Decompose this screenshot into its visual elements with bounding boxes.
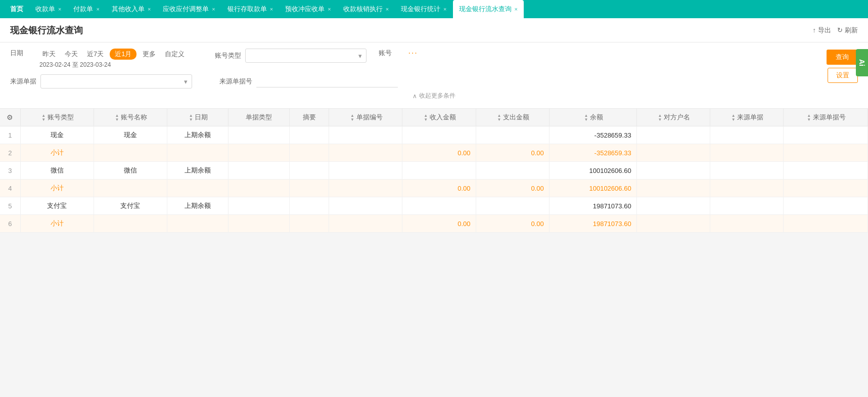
table-cell [94,180,167,197]
table-cell [636,215,710,233]
table-cell: 0.00 [476,180,549,197]
page-header: 现金银行流水查询 ↑ 导出 ↻ 刷新 [0,18,868,42]
nav-bank-stats-label: 现金银行统计 [401,5,440,14]
sort-doc-no: ▲▼ [350,114,354,122]
refresh-label: 刷新 [845,26,858,35]
table-cell [229,180,290,197]
table-cell [329,144,402,162]
table-cell: 现金 [94,126,167,144]
table-container: ⚙ ▲▼ 账号类型 ▲▼ 账号名称 ▲▼ 日期 单据类型 摘要 [0,109,868,233]
nav-receipts-close[interactable]: × [58,6,61,12]
account-more-button[interactable]: ··· [408,49,418,58]
date-opt-yesterday[interactable]: 昨天 [39,49,59,60]
nav-collection-exec-close[interactable]: × [386,6,389,12]
table-cell [94,144,167,162]
refresh-button[interactable]: ↻ 刷新 [837,26,858,35]
col-expense[interactable]: ▲▼ 支出金额 [476,109,549,126]
table-cell: 1 [0,126,20,144]
table-cell [710,126,783,144]
table-cell [229,197,290,215]
col-doc-no[interactable]: ▲▼ 单据编号 [329,109,402,126]
table-cell [710,215,783,233]
col-account-type[interactable]: ▲▼ 账号类型 [20,109,94,126]
col-summary: 摘要 [290,109,329,126]
nav-item-adjustments[interactable]: 应收应付调整单 × [157,0,221,18]
table-cell [290,180,329,197]
col-date[interactable]: ▲▼ 日期 [167,109,228,126]
account-type-select[interactable]: ▾ [245,49,367,63]
date-opt-7days[interactable]: 近7天 [84,49,107,60]
nav-other-income-close[interactable]: × [148,6,151,12]
date-opt-more[interactable]: 更多 [140,49,159,60]
date-opt-today[interactable]: 今天 [62,49,81,60]
settings-button[interactable]: 设置 [828,68,858,83]
table-cell [636,126,710,144]
nav-item-advance-receipt[interactable]: 预收冲应收单 × [279,0,337,18]
nav-payments-close[interactable]: × [96,6,99,12]
filter-area: 日期 昨天 今天 近7天 近1月 更多 自定义 2023-02-24 至 202… [0,42,868,109]
table-cell: 4 [0,180,20,197]
nav-advance-receipt-close[interactable]: × [328,6,331,12]
table-cell [476,126,549,144]
col-balance[interactable]: ▲▼ 余额 [549,109,636,126]
table-cell [290,144,329,162]
table-row[interactable]: 6小计0.000.0019871073.60 [0,215,868,233]
table-cell: 支付宝 [94,197,167,215]
table-cell [229,144,290,162]
collapse-bar[interactable]: ∧ 收起更多条件 [10,89,858,102]
source-doc-select[interactable]: ▾ [40,74,192,89]
col-source-doc-no[interactable]: ▲▼ 来源单据号 [784,109,868,126]
source-doc-label: 来源单据 [10,77,36,86]
export-icon: ↑ [813,26,816,34]
table-cell: 微信 [20,162,94,180]
export-button[interactable]: ↑ 导出 [813,26,832,35]
table-cell: 支付宝 [20,197,94,215]
table-row[interactable]: 3微信微信上期余额100102606.60 [0,162,868,180]
account-type-label: 账号类型 [215,51,241,60]
table-row[interactable]: 5支付宝支付宝上期余额19871073.60 [0,197,868,215]
nav-item-bank-stats[interactable]: 现金银行统计 × [395,0,452,18]
col-counterpart[interactable]: ▲▼ 对方户名 [636,109,710,126]
table-cell [476,162,549,180]
nav-item-bank-deposits[interactable]: 银行存取款单 × [221,0,279,18]
table-cell [636,180,710,197]
nav-bank-deposits-close[interactable]: × [270,6,273,12]
table-cell [636,162,710,180]
nav-item-payments[interactable]: 付款单 × [67,0,105,18]
sort-income: ▲▼ [424,114,428,122]
query-button[interactable]: 查询 [827,50,858,65]
source-doc-arrow: ▾ [184,78,188,85]
table-row[interactable]: 2小计0.000.00-3528659.33 [0,144,868,162]
table-row[interactable]: 4小计0.000.00100102606.60 [0,180,868,197]
table-cell [784,197,868,215]
nav-item-bank-flow[interactable]: 现金银行流水查询 × [453,0,524,18]
col-account-type-label: ▲▼ 账号类型 [40,113,74,121]
sort-expense: ▲▼ [497,114,501,122]
nav-item-other-income[interactable]: 其他收入单 × [106,0,157,18]
col-settings[interactable]: ⚙ [0,109,20,126]
ai-badge[interactable]: Ai [856,49,868,76]
table-cell [167,215,228,233]
table-cell [229,162,290,180]
nav-item-collection-exec[interactable]: 收款核销执行 × [337,0,395,18]
source-doc-no-input[interactable] [256,75,398,87]
sort-source-doc: ▲▼ [732,114,736,122]
account-type-arrow: ▾ [358,52,362,60]
nav-bank-stats-close[interactable]: × [443,6,446,12]
table-cell [710,180,783,197]
nav-bank-flow-close[interactable]: × [515,6,518,12]
nav-item-home[interactable]: 首页 [4,0,29,18]
date-opt-custom[interactable]: 自定义 [162,49,188,60]
table-cell [476,197,549,215]
table-row[interactable]: 1现金现金上期余额-3528659.33 [0,126,868,144]
nav-item-receipts[interactable]: 收款单 × [29,0,67,18]
table-cell [329,126,402,144]
account-label: 账号 [379,49,404,58]
col-income[interactable]: ▲▼ 收入金额 [402,109,476,126]
table-settings-icon[interactable]: ⚙ [7,113,13,121]
col-account-name[interactable]: ▲▼ 账号名称 [94,109,167,126]
nav-adjustments-close[interactable]: × [212,6,215,12]
col-source-doc[interactable]: ▲▼ 来源单据 [710,109,783,126]
table-cell: 100102606.60 [549,162,636,180]
date-opt-1month[interactable]: 近1月 [110,49,136,60]
